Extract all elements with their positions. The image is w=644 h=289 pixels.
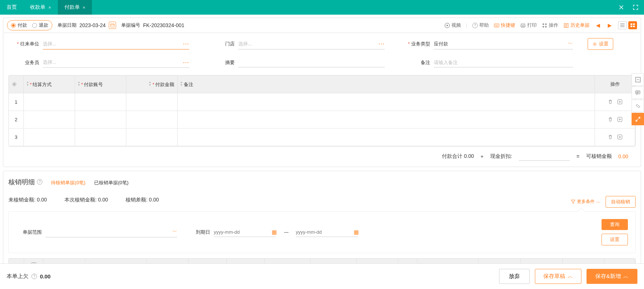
delete-row-icon[interactable] [608,99,613,104]
col-label: 付款账号 [84,82,103,87]
grid-row[interactable]: 2 [9,111,635,128]
col-label: 付款金额 [155,82,174,87]
tab-receipt[interactable]: 收款单× [23,0,58,15]
delete-row-icon[interactable] [608,117,613,122]
due-date-from[interactable] [214,227,276,237]
form-settings-button[interactable]: 设置 [588,38,613,50]
radio-refund[interactable]: 退款 [32,22,48,29]
pay-total-label: 付款合计 [442,153,462,159]
save-draft-button[interactable]: 保存草稿︿ [535,269,581,284]
link-label: 历史单据 [570,22,589,29]
top-tabs-bar: 首页 收款单× 付款单× [0,0,644,15]
owe-value: 0.00 [40,273,51,279]
svg-rect-2 [494,24,499,27]
button-label: 保存草稿 [543,273,565,280]
save-new-button[interactable]: 保存&新增︿ [587,269,637,284]
shortcut-link[interactable]: 快捷键 [494,22,515,29]
video-link[interactable]: 视频 [444,22,461,29]
row-index: 2 [9,111,23,128]
summary-input[interactable] [238,58,385,67]
col-amount[interactable]: ▴▾*付款金额 [126,75,177,93]
doc-date-label: 单据日期 [57,22,77,29]
biztype-value: 应付款 [434,41,448,47]
biztype-select[interactable]: 应付款﹀ [434,39,573,49]
remark-label: 备注 [399,59,430,66]
col-remark[interactable]: ▴▾备注 [177,75,595,93]
col-account[interactable]: ▴▾*付款账号 [75,75,126,93]
prev-doc-icon[interactable]: ◀ [595,22,601,28]
summary-line: 付款合计 0.00 + 现金折扣: = 可核销金额 0.00 [8,147,636,164]
chevron-up-icon: ︿ [567,273,573,280]
filter-settings-button[interactable]: 设置 [602,234,628,245]
discount-label: 现金折扣: [490,153,512,160]
svg-rect-11 [630,23,632,25]
tab-label: 收款单 [30,4,45,11]
expand-side-icon[interactable] [632,113,644,125]
svg-rect-12 [633,23,635,25]
grid-row[interactable]: 1 [9,93,635,111]
add-row-icon[interactable] [617,117,622,122]
recon-stats: 未核销金额: 0.00 本次核销金额: 0.00 核销差额: 0.00 [8,197,636,203]
delete-row-icon[interactable] [608,134,613,140]
auto-reconcile-button[interactable]: 自动核销 [606,196,636,208]
placeholder-text: 选择... [43,41,56,47]
operate-link[interactable]: 操作 [542,22,558,29]
range-select[interactable]: ﹀ [45,227,177,237]
svg-rect-13 [630,26,632,27]
help-icon[interactable]: ? [31,274,37,279]
tab-payment-active[interactable]: 付款单× [58,0,92,15]
gear-icon [592,42,597,47]
col-settle[interactable]: ▴▾*结算方式 [23,75,75,93]
close-icon[interactable]: × [83,5,86,10]
stat-label: 本次核销金额: [64,197,97,203]
next-doc-icon[interactable]: ▶ [606,22,613,28]
add-row-icon[interactable] [617,99,622,104]
doc-code-label: 单据编号 [121,22,140,29]
filter-icon [571,199,576,204]
grid-row[interactable]: 3 [9,128,635,146]
store-select[interactable]: 选择...··· [238,39,385,49]
due-date-to[interactable] [296,227,358,237]
discount-input[interactable] [519,152,570,161]
right-sidebar [632,73,644,125]
placeholder-text: 选择... [238,41,252,47]
radio-label: 付款 [18,22,27,29]
tab-home[interactable]: 首页 [0,0,23,15]
close-tab-icon[interactable] [615,0,628,15]
chat-side-icon[interactable] [632,86,644,99]
sort-icon: ▴▾ [149,81,151,86]
reconcile-title: 核销明细? [8,178,42,186]
remark-input[interactable] [434,58,573,67]
draft-side-icon[interactable] [632,73,644,86]
discard-button[interactable]: 放弃 [499,269,530,284]
recon-tab-pending[interactable]: 待核销单据(0笔) [51,179,85,186]
svg-point-16 [14,84,15,85]
card-view-icon[interactable] [628,21,637,29]
list-view-icon[interactable] [618,21,627,29]
vendor-select[interactable]: 选择...··· [43,39,189,49]
help-link[interactable]: ?帮助 [472,22,489,29]
help-icon[interactable]: ? [37,179,42,185]
svg-rect-21 [636,77,640,82]
recon-tab-done[interactable]: 已核销单据(0笔) [94,179,129,186]
doc-date-value[interactable]: 2023-03-24 [79,22,106,28]
grid-gear-header[interactable] [9,75,23,93]
ellipsis-icon: ··· [183,41,189,47]
query-button[interactable]: 查询 [602,219,628,230]
radio-pay[interactable]: 付款 [11,22,27,29]
button-label: 设置 [599,41,608,47]
pay-total-value: 0.00 [464,153,474,159]
sales-select[interactable]: 选择...··· [43,57,189,68]
ellipsis-icon: ··· [379,41,385,47]
print-link[interactable]: 打印 [520,22,537,29]
calendar-icon[interactable] [109,22,116,29]
more-filters-link[interactable]: 更多条件︿ [571,199,600,205]
dash: — [284,230,289,235]
add-row-icon[interactable] [617,134,622,140]
link-side-icon[interactable] [632,100,644,112]
history-link[interactable]: 历史单据 [563,22,589,29]
chevron-up-icon: ︿ [623,273,629,280]
doc-code: 单据编号 FK-20230324-001 [121,22,185,29]
close-icon[interactable]: × [48,5,51,10]
fullscreen-icon[interactable] [630,0,641,15]
